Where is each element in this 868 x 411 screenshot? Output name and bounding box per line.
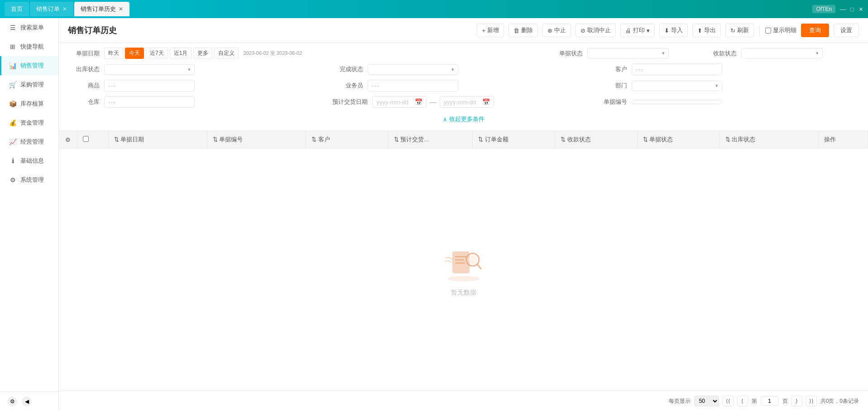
filter-row-4: 仓库 ··· 预计交货日期 yyyy-mm-dd 📅 — yyyy — [68, 96, 859, 108]
th-customer[interactable]: ⇅ 客户 — [306, 131, 388, 149]
sidebar-item-icon: ☰ — [9, 24, 17, 32]
toolbar-btn-打印[interactable]: 🖨打印 ▾ — [620, 24, 655, 37]
th-checkbox[interactable] — [77, 131, 108, 149]
toolbar-btn-取消中止[interactable]: ⊘取消中止 — [575, 24, 616, 37]
date-btn-yesterday[interactable]: 昨天 — [104, 48, 123, 59]
date-filter-col: 单据日期 昨天 今天 近7天 近1月 更多 自定义 2023-06-02 至 2… — [68, 48, 551, 59]
toolbar-btn-刷新[interactable]: ↻刷新 — [725, 24, 754, 37]
toolbar-btn-label: 刷新 — [737, 26, 749, 34]
main-layout: ☰搜索菜单⊞快捷导航📊销售管理🛒采购管理📦库存核算💰资金管理📈经营管理ℹ基础信息… — [0, 18, 868, 411]
delivery-col: 预计交货日期 yyyy-mm-dd 📅 — yyyy-mm-dd 📅 — [331, 96, 595, 108]
date-btn-more[interactable]: 更多 — [193, 48, 212, 59]
th-order-status[interactable]: ⇅ 单据状态 — [637, 131, 719, 149]
collapse-label: 收起更多条件 — [449, 115, 484, 123]
sidebar-item-label: 采购管理 — [20, 81, 44, 89]
customer-input[interactable]: ··· — [632, 63, 722, 75]
warehouse-input[interactable]: ··· — [104, 96, 195, 108]
toolbar-btn-新增[interactable]: +新增 — [477, 24, 504, 37]
product-label: 商品 — [68, 82, 104, 90]
tab-首页[interactable]: 首页 — [5, 2, 29, 16]
toolbar-btn-icon: ⬇ — [664, 27, 669, 34]
per-page-label: 每页显示 — [669, 397, 691, 405]
delivery-date-end[interactable]: yyyy-mm-dd 📅 — [440, 96, 494, 108]
th-date[interactable]: ⇅ 单据日期 — [108, 131, 207, 149]
sidebar-settings-icon[interactable]: ⚙ — [7, 396, 17, 406]
tab-close-icon[interactable]: ✕ — [119, 6, 123, 12]
th-order-no[interactable]: ⇅ 单据编号 — [207, 131, 306, 149]
complete-status-select[interactable]: ▾ — [368, 64, 458, 75]
collapse-arrow-icon: ∧ — [443, 116, 447, 123]
toolbar-btn-导入[interactable]: ⬇导入 — [659, 24, 688, 37]
date-btn-7days[interactable]: 近7天 — [146, 48, 168, 59]
sidebar-item-icon: ⚙ — [9, 176, 17, 184]
tab-销售订单历史[interactable]: 销售订单历史✕ — [74, 2, 129, 16]
settings-gear-icon[interactable]: ⚙ — [65, 136, 71, 143]
sidebar-item-label: 经营管理 — [20, 138, 44, 146]
th-order-status-label: ⇅ 单据状态 — [643, 136, 673, 143]
receipt-status-select[interactable]: ▾ — [741, 48, 823, 58]
display-columns-checkbox[interactable] — [765, 28, 771, 34]
th-delivery[interactable]: ⇅ 预计交货... — [388, 131, 472, 149]
sidebar-item-销售管理[interactable]: 📊销售管理 — [0, 56, 58, 75]
toolbar-btn-中止[interactable]: ⊗中止 — [542, 24, 571, 37]
svg-point-0 — [448, 276, 480, 281]
delivery-date-start[interactable]: yyyy-mm-dd 📅 — [372, 96, 427, 108]
th-receipt-status[interactable]: ⇅ 收款状态 — [555, 131, 637, 149]
content-area: 销售订单历史 +新增🗑删除⊗中止⊘取消中止🖨打印 ▾⬇导入⬆导出↻刷新 显示明细… — [59, 18, 868, 411]
date-btn-custom[interactable]: 自定义 — [214, 48, 239, 59]
last-page-btn[interactable]: ⟩⟩ — [806, 396, 817, 406]
toolbar-btn-label: 打印 — [633, 26, 645, 34]
date-btn-1month[interactable]: 近1月 — [170, 48, 192, 59]
tab-close-icon[interactable]: ✕ — [62, 6, 67, 12]
settings-button[interactable]: 设置 — [834, 24, 859, 37]
product-input[interactable]: ··· — [104, 80, 195, 92]
per-page-select[interactable]: 50 10 20 100 — [694, 396, 719, 406]
th-outbound-status[interactable]: ⇅ 出库状态 — [719, 131, 818, 149]
sidebar-item-搜索菜单[interactable]: ☰搜索菜单 — [0, 18, 58, 37]
page-title-row: 销售订单历史 +新增🗑删除⊗中止⊘取消中止🖨打印 ▾⬇导入⬆导出↻刷新 显示明细… — [68, 24, 859, 37]
first-page-btn[interactable]: ⟨⟨ — [723, 396, 734, 406]
toolbar-divider — [759, 26, 760, 35]
data-table: ⚙ ⇅ 单据日期 ⇅ 单据编号 ⇅ 客户 — [59, 131, 868, 149]
sidebar: ☰搜索菜单⊞快捷导航📊销售管理🛒采购管理📦库存核算💰资金管理📈经营管理ℹ基础信息… — [0, 18, 59, 411]
sidebar-item-库存核算[interactable]: 📦库存核算 — [0, 94, 58, 113]
sidebar-item-快捷导航[interactable]: ⊞快捷导航 — [0, 37, 58, 56]
query-button[interactable]: 查询 — [801, 24, 829, 37]
select-all-checkbox[interactable] — [83, 136, 89, 142]
customer-dots: ··· — [636, 66, 644, 73]
th-amount[interactable]: ⇅ 订单金额 — [473, 131, 555, 149]
order-status-select[interactable]: ▾ — [587, 48, 669, 58]
warehouse-label: 仓库 — [68, 98, 104, 106]
minimize-icon[interactable]: — — [840, 6, 846, 13]
maximize-icon[interactable]: □ — [850, 6, 854, 13]
sidebar-item-采购管理[interactable]: 🛒采购管理 — [0, 75, 58, 94]
sidebar-item-基础信息[interactable]: ℹ基础信息 — [0, 151, 58, 170]
date-range-text: 2023-06-02 至 2023-06-02 — [243, 50, 302, 57]
sidebar-item-经营管理[interactable]: 📈经营管理 — [0, 132, 58, 151]
sidebar-item-icon: ℹ — [9, 157, 17, 165]
collapse-more[interactable]: ∧ 收起更多条件 — [68, 112, 859, 126]
page-number-input[interactable] — [761, 396, 779, 406]
th-settings[interactable]: ⚙ — [59, 131, 77, 149]
tab-销售订单[interactable]: 销售订单✕ — [30, 2, 73, 16]
delivery-cal-start-icon: 📅 — [415, 98, 422, 106]
dept-select[interactable]: ▾ — [632, 81, 722, 91]
sidebar-item-label: 销售管理 — [20, 62, 44, 70]
toolbar-btn-导出[interactable]: ⬆导出 — [692, 24, 721, 37]
toolbar-btn-删除[interactable]: 🗑删除 — [508, 24, 538, 37]
sidebar-collapse-icon[interactable]: ◀ — [22, 396, 32, 406]
sales-input[interactable]: ··· — [368, 80, 458, 92]
display-columns-label[interactable]: 显示明细 — [765, 26, 796, 34]
date-btn-today[interactable]: 今天 — [125, 48, 144, 59]
prev-page-btn[interactable]: ⟨ — [737, 396, 748, 406]
window-close-icon[interactable]: ✕ — [858, 6, 863, 13]
outbound-status-select[interactable]: ▾ — [104, 64, 195, 75]
sidebar-item-资金管理[interactable]: 💰资金管理 — [0, 113, 58, 132]
next-page-btn[interactable]: ⟩ — [791, 396, 802, 406]
order-no-input[interactable] — [632, 100, 722, 104]
complete-arrow: ▾ — [451, 67, 454, 73]
sidebar-item-系统管理[interactable]: ⚙系统管理 — [0, 170, 58, 189]
toolbar-btn-icon: + — [482, 27, 485, 34]
sales-dots: ··· — [372, 82, 380, 89]
svg-rect-2 — [455, 256, 467, 257]
